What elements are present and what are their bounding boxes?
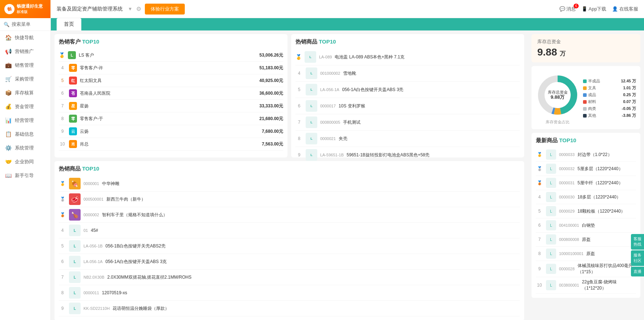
logo-icon: 畅 [4, 4, 15, 14]
rank-num: 9 [59, 129, 66, 134]
sidebar-item-system[interactable]: ⚙️ 系统管理 [0, 141, 50, 155]
new-product-item: 🥇 L 0000033 封边带（1.0*22） [536, 148, 636, 162]
cs-livestream-btn[interactable]: 直播 [631, 267, 644, 276]
legend-label: 其他 [588, 113, 620, 118]
top-customers-highlight: TOP10 [82, 38, 99, 45]
search-label: 搜索菜单 [12, 21, 30, 28]
customer-rank-item: 6 苍 苍南县人民医院 36,600.00元 [59, 87, 283, 100]
search-menu-item[interactable]: 🔍 搜索菜单 [0, 18, 50, 31]
sidebar-item-purchase[interactable]: 🛒 采购管理 [0, 72, 50, 86]
message-icon: 💬 [559, 6, 565, 12]
product-code: NB2.0X30B [83, 275, 104, 279]
cs-hotline-btn[interactable]: 客服热线 [631, 234, 644, 250]
customer-amount: 33,333.00元 [260, 103, 283, 109]
customer-amount: 7,563.00元 [262, 141, 283, 147]
rank-num: 6 [59, 259, 66, 264]
sidebar-item-label: 资金管理 [15, 103, 34, 110]
product-thumb: L [546, 264, 556, 274]
product-name: 12070519-xs [102, 290, 520, 295]
legend-item-other: 其他 -3.86 万 [583, 113, 636, 118]
product-name: 雪地靴 [343, 70, 520, 77]
product-name: 18颗粒板（1220*2440） [578, 208, 636, 214]
online-service[interactable]: 👤 在线客服 [612, 6, 638, 12]
trending-item: 5 L LA-056-1A 056-1A白色按键开关盖ABS 3壳 [295, 82, 520, 98]
product-img: L [306, 100, 317, 112]
rank-num: 9 [59, 306, 66, 311]
product-code: 0000033 [559, 152, 575, 157]
product-item: 9 L KK-SD22110H 花语萌恒温分娩睡袋（厚款） [59, 301, 520, 316]
sidebar-item-operations[interactable]: 📊 经营管理 [0, 114, 50, 127]
sidebar-item-label: 系统管理 [15, 145, 34, 151]
trending-item: 4 L 001000002 雪地靴 [295, 65, 520, 82]
product-img: L [306, 116, 317, 128]
trending-item: 8 L 0000021 夹壳 [295, 131, 520, 147]
rank-medal: 🥉 [59, 212, 66, 217]
sidebar-item-finance[interactable]: 💰 资金管理 [0, 100, 50, 114]
dropdown-arrow-icon[interactable]: ▼ [128, 6, 133, 12]
legend-label: 成品 [588, 92, 622, 98]
product-name: 056-1B白色按键开关壳ABS2壳 [106, 243, 520, 249]
app-download[interactable]: 📱 App下载 [582, 6, 606, 12]
rank-medal: 🥈 [59, 197, 66, 202]
marketing-icon: 📢 [5, 48, 12, 55]
sidebar-item-basics[interactable]: 📋 基础信息 [0, 127, 50, 141]
settings-gear-icon[interactable]: ⚙ [136, 5, 141, 12]
product-img: L [305, 51, 316, 63]
product-item: 🥈 🥩 000500001 新西兰牛肉（新牛） [59, 192, 520, 207]
product-item: 🥉 🍗 0000002 智利车子里（规格不知道填什么） [59, 207, 520, 223]
tab-home[interactable]: 首页 [57, 18, 81, 30]
new-product-item: 7 L 000800008 原盔 [536, 233, 636, 247]
product-image-placeholder: L [69, 240, 81, 252]
sidebar-item-label: 企业协同 [15, 159, 34, 165]
inventory-value-num: 9.88 [537, 46, 557, 58]
sidebar-item-marketing[interactable]: 📢 营销推广 [0, 45, 50, 58]
legend-val: 0.07 万 [623, 99, 636, 104]
message-badge[interactable]: 💬 消息 6 [559, 6, 576, 12]
customer-rank-item: 🥇 L LS 客户 53,006.26元 [59, 49, 283, 62]
inventory-total-label: 库存总资金 [537, 38, 635, 45]
legend-val: -3.86 万 [622, 113, 636, 118]
rank-num: 5 [59, 243, 66, 249]
product-name: 056-1A白色按键开关盖ABS 3克 [106, 259, 520, 265]
product-img: L [306, 67, 317, 79]
legend-item-chengpin: 成品 0.25 万 [583, 92, 636, 98]
ops-icon: 📊 [5, 117, 12, 124]
product-image-placeholder: L [69, 225, 81, 236]
product-code: 0000029 [559, 209, 575, 213]
system-icon: ⚙️ [5, 145, 12, 151]
topbar-right: 💬 消息 6 📱 App下载 👤 在线客服 [559, 6, 638, 12]
customer-avatar: 零 [69, 64, 77, 72]
legend-dot [583, 114, 587, 118]
product-code: 000800005 [320, 120, 340, 124]
product-image: 🍗 [69, 209, 81, 221]
legend-val: -0.05 万 [622, 106, 636, 111]
page-tabs: 首页 [51, 18, 644, 30]
trial-button[interactable]: 体验行业方案 [145, 4, 185, 15]
customer-avatar: L [68, 51, 76, 59]
customer-name: 零售客户-许 [80, 65, 257, 71]
customer-amount: 7,680.00元 [262, 128, 283, 135]
trending-item: 6 L 0000017 10S 变利罗猴 [295, 98, 520, 114]
customer-name: 肖总 [80, 141, 259, 147]
cs-community-btn[interactable]: 服务社区 [631, 250, 644, 266]
product-code: 0000021 [320, 136, 336, 141]
new-product-item: 🥉 L 0000031 5厘中纤（1220*2440） [536, 176, 636, 190]
sidebar-item-label: 新手引导 [15, 172, 34, 179]
main-area: 装备及固定资产辅助管理系统 ▼ ⚙ 体验行业方案 💬 消息 6 📱 App下载 … [51, 0, 644, 320]
right-panel: 库存总资金 9.88 万 [528, 30, 644, 320]
customer-name: 星扬 [80, 103, 257, 109]
sidebar-item-collab[interactable]: 🤝 企业协同 [0, 155, 50, 169]
logo-line1: 畅捷通好生意 [17, 4, 43, 9]
product-image: 🥩 [69, 193, 81, 205]
sidebar-item-inventory[interactable]: 📦 库存核算 [0, 86, 50, 100]
hot-products-card: 热销商品 TOP10 🥇 🍖 0000001 中华神雕 🥈 � [54, 161, 524, 320]
sidebar-item-quicknav[interactable]: 🏠 快捷导航 [0, 31, 50, 45]
new-products-card: 最新商品 TOP10 🥇 L 0000033 封边带（1.0*22） 🥈 L 0… [531, 133, 640, 298]
rank-num: 6 [536, 223, 543, 228]
product-img: L [306, 133, 317, 144]
sidebar-item-guide[interactable]: 📖 新手引导 [0, 169, 50, 182]
inventory-total-value: 9.88 万 [537, 46, 635, 58]
product-name: 白钢垫 [582, 222, 636, 229]
sidebar-item-sales[interactable]: 💼 销售管理 [0, 58, 50, 72]
product-item: 5 L LA-056-1B 056-1B白色按键开关壳ABS2壳 [59, 238, 520, 254]
